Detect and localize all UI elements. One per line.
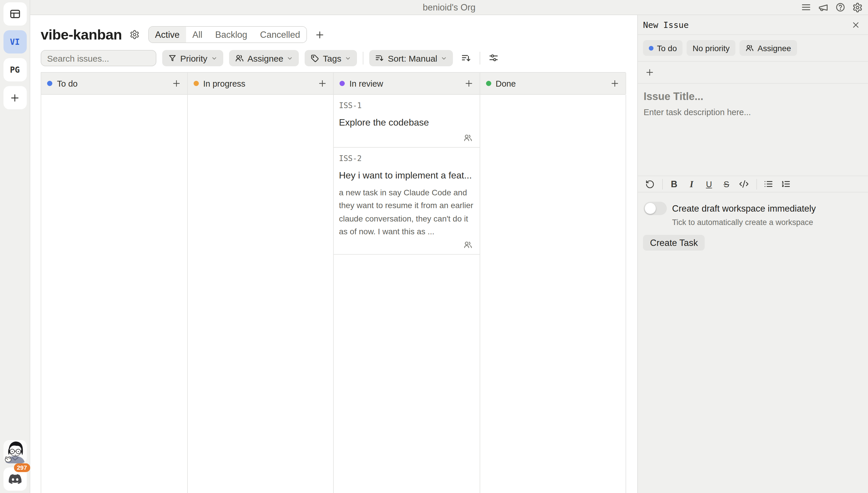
issue-description-input[interactable] [644, 108, 862, 176]
sidebar-bottom: 297 [3, 440, 26, 493]
users-icon [235, 53, 244, 63]
sidebar-workspace-pg[interactable]: PG [3, 58, 26, 81]
divider [363, 52, 363, 65]
sort-descending-icon [461, 53, 472, 63]
priority-filter-button[interactable]: Priority [162, 50, 223, 66]
tags-filter-button[interactable]: Tags [305, 50, 357, 66]
filter-toolbar: Priority Assignee Tags [41, 50, 627, 66]
sort-order-button[interactable] [459, 50, 474, 66]
workspace-initials: VI [10, 37, 20, 46]
underline-button[interactable]: U [704, 179, 714, 189]
users-icon [745, 44, 754, 52]
tab-all[interactable]: All [186, 27, 209, 42]
column-header-in-review: In review [334, 73, 480, 94]
column-todo [41, 95, 188, 493]
toggle-helper-text: Tick to automatically create a workspace [672, 218, 862, 227]
create-task-button[interactable]: Create Task [643, 235, 705, 251]
topbar: benioid's Org [30, 0, 868, 15]
sidebar-workspace-vi[interactable]: VI [3, 30, 26, 53]
chevron-down-icon [345, 55, 351, 61]
assignee-badge[interactable]: Assignee [739, 40, 797, 56]
bullet-list-icon [763, 179, 773, 189]
close-icon [851, 20, 861, 29]
status-badge[interactable]: To do [643, 40, 683, 56]
discord-notification-badge: 297 [14, 463, 30, 472]
panel-header: New Issue [638, 15, 868, 35]
gear-icon [129, 30, 139, 40]
issue-id: ISS-2 [339, 154, 474, 163]
display-options-button[interactable] [486, 50, 501, 66]
panel-title: New Issue [643, 20, 689, 29]
view-tabs: Active All Backlog Cancelled [148, 26, 307, 43]
user-avatar[interactable] [3, 440, 26, 463]
tab-active[interactable]: Active [149, 27, 186, 42]
priority-badge[interactable]: No priority [687, 40, 736, 56]
menu-button[interactable] [801, 2, 811, 12]
chevron-down-icon [287, 55, 293, 61]
italic-button[interactable]: I [687, 179, 696, 189]
sort-descending-icon [375, 53, 384, 63]
sort-button[interactable]: Sort: Manual [369, 50, 453, 66]
assignee-filter-button[interactable]: Assignee [229, 50, 299, 66]
help-button[interactable] [836, 2, 845, 12]
column-in-progress [188, 95, 334, 493]
editor-toolbar: B I U S [638, 176, 868, 192]
tab-cancelled[interactable]: Cancelled [254, 27, 307, 42]
add-issue-in-review-button[interactable] [464, 79, 474, 88]
board-area: vibe-kanban Active All Backlog Cancelled [30, 15, 637, 493]
column-header-in-progress: In progress [188, 73, 334, 94]
tab-backlog[interactable]: Backlog [209, 27, 254, 42]
column-header-todo: To do [41, 73, 188, 94]
bullet-list-button[interactable] [763, 179, 773, 189]
status-dot [193, 81, 198, 86]
add-issue-done-button[interactable] [610, 79, 620, 88]
issue-card[interactable]: ISS-2 Hey i want to implement a feat... … [334, 148, 479, 255]
divider [756, 179, 757, 189]
funnel-icon [168, 54, 177, 63]
undo-icon [645, 179, 654, 189]
status-dot [340, 81, 345, 86]
add-issue-todo-button[interactable] [171, 79, 181, 88]
hamburger-menu-icon [801, 2, 811, 12]
add-property-button[interactable] [645, 67, 655, 77]
create-workspace-toggle[interactable] [644, 202, 667, 215]
divider [662, 179, 663, 189]
search-input[interactable] [41, 50, 156, 66]
column-bodies: ISS-1 Explore the codebase ISS-2 Hey i w… [41, 95, 626, 493]
column-done [480, 95, 626, 493]
numbered-list-button[interactable] [781, 179, 791, 189]
sidebar-layout-button[interactable] [3, 2, 26, 26]
page-title: vibe-kanban [41, 26, 122, 43]
sidebar-add-workspace-button[interactable] [3, 86, 26, 109]
issue-property-badges: To do No priority Assignee [638, 35, 868, 62]
assignee-users-icon [463, 240, 472, 250]
plus-icon [645, 67, 655, 77]
card-footer [339, 240, 474, 250]
code-button[interactable] [739, 179, 749, 189]
gear-icon [852, 2, 863, 13]
add-view-button[interactable] [314, 29, 325, 40]
announcements-button[interactable] [818, 2, 828, 13]
status-dot [47, 81, 52, 86]
column-in-review: ISS-1 Explore the codebase ISS-2 Hey i w… [334, 95, 480, 493]
undo-button[interactable] [645, 179, 655, 189]
close-panel-button[interactable] [851, 20, 861, 29]
sidebar: VI PG [0, 0, 30, 493]
board-header: vibe-kanban Active All Backlog Cancelled [41, 26, 627, 43]
board-settings-button[interactable] [129, 30, 139, 40]
app-window: VI PG [0, 0, 868, 493]
workspace-toggle-row: Create draft workspace immediately [644, 202, 862, 215]
chevron-down-icon [441, 55, 447, 61]
issue-title: Explore the codebase [339, 117, 474, 128]
column-headers: To do In progress In review [41, 72, 626, 95]
issue-card[interactable]: ISS-1 Explore the codebase [334, 95, 479, 148]
settings-button[interactable] [852, 2, 863, 13]
strikethrough-button[interactable]: S [721, 179, 731, 189]
code-icon [739, 179, 749, 189]
add-property-row [638, 62, 868, 84]
add-issue-in-progress-button[interactable] [318, 79, 327, 88]
sliders-icon [489, 53, 499, 63]
issue-title-input[interactable] [644, 91, 862, 103]
org-title: benioid's Org [30, 2, 868, 13]
bold-button[interactable]: B [669, 179, 679, 189]
